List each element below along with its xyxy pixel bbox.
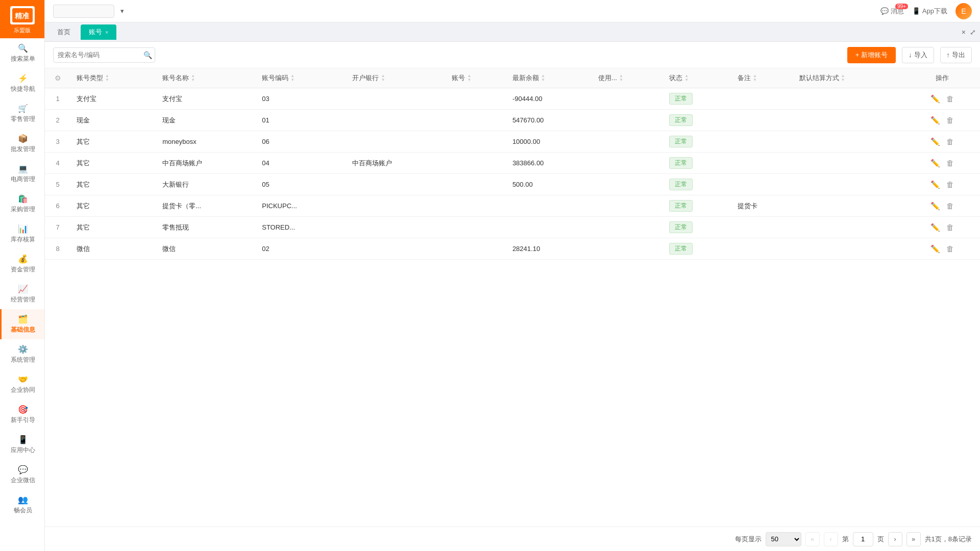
- cell-balance: 500.00: [506, 174, 592, 195]
- delete-button[interactable]: 🗑: [944, 179, 956, 190]
- col-default-settle-header[interactable]: 默认结算方式 ▲▼: [793, 68, 904, 88]
- cell-default-settle: [793, 110, 904, 131]
- sidebar-item-应用中心[interactable]: 📱 应用中心: [0, 430, 44, 460]
- cell-type: 其它: [70, 131, 156, 153]
- edit-button[interactable]: ✏️: [928, 115, 942, 126]
- cell-code: 02: [256, 238, 346, 260]
- cell-remark: [731, 153, 793, 174]
- edit-button[interactable]: ✏️: [928, 201, 942, 212]
- sidebar-item-企业微信[interactable]: 💬 企业微信: [0, 460, 44, 490]
- sidebar: 精准 乐盟版 🔍 搜索菜单 ⚡ 快捷导航 🛒 零售管理 📦 批发管理 💻 电商管…: [0, 0, 45, 551]
- sidebar-item-畅会员[interactable]: 👥 畅会员: [0, 490, 44, 520]
- chevron-down-icon: ▾: [120, 7, 124, 15]
- sidebar-icon: 📈: [18, 284, 28, 294]
- sidebar-item-资金管理[interactable]: 💰 资金管理: [0, 249, 44, 279]
- col-balance-header[interactable]: 最新余额 ▲▼: [506, 68, 592, 88]
- edit-button[interactable]: ✏️: [928, 179, 942, 190]
- delete-button[interactable]: 🗑: [944, 93, 956, 104]
- col-status-header[interactable]: 状态 ▲▼: [663, 68, 731, 88]
- delete-button[interactable]: 🗑: [944, 115, 956, 126]
- cell-idx: 5: [45, 174, 70, 195]
- message-button[interactable]: 💬 消息 99+: [880, 7, 904, 16]
- col-account-header[interactable]: 账号 ▲▼: [446, 68, 506, 88]
- import-button[interactable]: ↓ 导入: [902, 47, 934, 63]
- col-name-header[interactable]: 账号名称 ▲▼: [156, 68, 256, 88]
- cell-usage: [592, 217, 663, 238]
- cell-code: PICKUPC...: [256, 195, 346, 217]
- tab-account[interactable]: 账号 ×: [81, 24, 116, 40]
- col-code-header[interactable]: 账号编码 ▲▼: [256, 68, 346, 88]
- sidebar-item-系统管理[interactable]: ⚙️ 系统管理: [0, 339, 44, 369]
- phone-icon: 📱: [912, 7, 920, 15]
- cell-bank: [346, 110, 446, 131]
- delete-button[interactable]: 🗑: [944, 136, 956, 147]
- page-input[interactable]: [853, 532, 873, 546]
- status-badge: 正常: [669, 179, 693, 190]
- sidebar-item-新手引导[interactable]: 🎯 新手引导: [0, 399, 44, 430]
- edit-button[interactable]: ✏️: [928, 136, 942, 147]
- settings-icon[interactable]: ⚙: [55, 74, 61, 82]
- sidebar-item-经营管理[interactable]: 📈 经营管理: [0, 279, 44, 309]
- sidebar-item-电商管理[interactable]: 💻 电商管理: [0, 159, 44, 189]
- sidebar-item-采购管理[interactable]: 🛍️ 采购管理: [0, 189, 44, 219]
- sort-usage-icon: ▲▼: [619, 74, 623, 82]
- cell-default-settle: [793, 131, 904, 153]
- search-button[interactable]: 🔍: [143, 51, 152, 59]
- delete-button[interactable]: 🗑: [944, 201, 956, 211]
- sidebar-item-库存核算[interactable]: 📊 库存核算: [0, 219, 44, 249]
- col-usage-header[interactable]: 使用... ▲▼: [592, 68, 663, 88]
- app-download-label: App下载: [922, 7, 947, 16]
- col-balance-label: 最新余额: [512, 73, 539, 83]
- cell-type: 其它: [70, 195, 156, 217]
- tab-account-close[interactable]: ×: [105, 29, 108, 35]
- cell-code: 03: [256, 88, 346, 110]
- sidebar-item-基础信息[interactable]: 🗂️ 基础信息: [0, 309, 44, 339]
- user-avatar[interactable]: E: [955, 3, 972, 19]
- sidebar-item-label: 企业微信: [11, 476, 35, 485]
- prev-page-button[interactable]: ‹: [824, 532, 838, 546]
- last-page-button[interactable]: »: [906, 532, 921, 546]
- sidebar-item-企业协同[interactable]: 🤝 企业协同: [0, 369, 44, 399]
- col-gear[interactable]: ⚙: [45, 68, 70, 88]
- cell-name: 支付宝: [156, 88, 256, 110]
- cell-remark: [731, 110, 793, 131]
- header-dropdown[interactable]: ▾: [120, 7, 124, 15]
- cell-account: [446, 131, 506, 153]
- sidebar-item-批发管理[interactable]: 📦 批发管理: [0, 129, 44, 159]
- search-wrapper: 🔍: [53, 47, 155, 63]
- app-download-button[interactable]: 📱 App下载: [912, 7, 947, 16]
- first-page-button[interactable]: «: [805, 532, 820, 546]
- edit-button[interactable]: ✏️: [928, 222, 942, 233]
- tab-home[interactable]: 首页: [49, 24, 79, 40]
- sidebar-item-零售管理[interactable]: 🛒 零售管理: [0, 98, 44, 129]
- cell-bank: [346, 195, 446, 217]
- tab-close-button[interactable]: ×: [962, 28, 966, 36]
- cell-remark: [731, 88, 793, 110]
- export-button[interactable]: ↑ 导出: [940, 47, 972, 63]
- cell-name: 现金: [156, 110, 256, 131]
- sidebar-item-快捷导航[interactable]: ⚡ 快捷导航: [0, 68, 44, 98]
- status-badge: 正常: [669, 157, 693, 169]
- sidebar-icon: 💰: [18, 254, 28, 264]
- import-icon: ↓: [909, 51, 912, 59]
- header-search-input[interactable]: [53, 5, 114, 18]
- tab-fullscreen-button[interactable]: ⤢: [970, 28, 976, 36]
- account-search-input[interactable]: [53, 47, 155, 63]
- add-account-button[interactable]: + 新增账号: [847, 47, 896, 63]
- toolbar-right: + 新增账号 ↓ 导入 ↑ 导出: [847, 47, 972, 63]
- sidebar-item-搜索菜单[interactable]: 🔍 搜索菜单: [0, 38, 44, 68]
- header-left: ▾: [53, 5, 124, 18]
- edit-button[interactable]: ✏️: [928, 93, 942, 105]
- edit-button[interactable]: ✏️: [928, 158, 942, 169]
- next-page-button[interactable]: ›: [888, 532, 902, 546]
- delete-button[interactable]: 🗑: [944, 158, 956, 168]
- col-remark-header[interactable]: 备注 ▲▼: [731, 68, 793, 88]
- delete-button[interactable]: 🗑: [944, 243, 956, 254]
- page-size-select[interactable]: 50 10 20 100: [766, 532, 801, 546]
- export-label: 导出: [952, 51, 965, 60]
- col-type-header[interactable]: 账号类型 ▲▼: [70, 68, 156, 88]
- sidebar-icon: 🛍️: [18, 194, 28, 204]
- edit-button[interactable]: ✏️: [928, 243, 942, 255]
- col-bank-header[interactable]: 开户银行 ▲▼: [346, 68, 446, 88]
- delete-button[interactable]: 🗑: [944, 222, 956, 233]
